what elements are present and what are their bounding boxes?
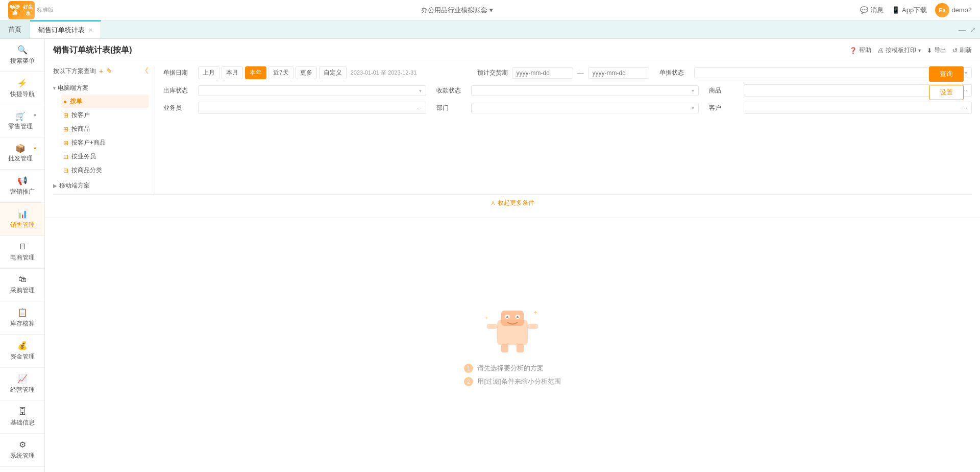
sidebar-item-wholesale[interactable]: 📦 批发管理 ▴ [0, 137, 44, 170]
empty-illustration: ✦ ✦ [482, 304, 543, 356]
payment-status-select[interactable]: ▾ [471, 85, 699, 96]
scheme-goods-icon: ⊞ [63, 126, 68, 133]
tab-close-icon[interactable]: × [89, 27, 92, 34]
scheme-item-goods[interactable]: ⊞ 按商品 [61, 122, 149, 136]
customer-more-icon[interactable]: ··· [962, 104, 967, 111]
empty-tip-2: 2 用[过滤]条件来缩小分析范围 [464, 377, 560, 386]
department-select[interactable]: ▾ [471, 103, 699, 113]
setting-button[interactable]: 设置 [929, 85, 964, 100]
tip-num-2: 2 [464, 377, 473, 386]
scheme-item-0-label: 按单 [70, 97, 82, 106]
sidebar-item-shortcut[interactable]: ⚡ 快捷导航 [0, 72, 44, 105]
custom-date-btn[interactable]: 自定义 [319, 66, 347, 79]
topbar: 畅捷通 好生意 标准版 办公用品行业模拟账套 ▾ 💬 消息 📱 App下载 Ea… [0, 0, 980, 20]
scheme-header-label: 按以下方案查询 [53, 67, 96, 76]
sidebar-item-enterprise[interactable]: 👥 企业协同 [0, 467, 44, 472]
tip-num-1: 1 [464, 364, 473, 373]
sidebar-item-system[interactable]: ⚙ 系统管理 [0, 434, 44, 467]
tabbar: 首页 销售订单统计表 × — ⤢ [0, 20, 980, 39]
scheme-item-customer[interactable]: ⊞ 按客户 [61, 108, 149, 122]
scheme-section-mobile: ▶ 移动端方案 [53, 179, 149, 192]
out-status-arrow-icon: ▾ [419, 88, 422, 93]
query-button[interactable]: 查询 [929, 66, 964, 82]
sidebar-item-inventory[interactable]: 📋 库存核算 [0, 301, 44, 335]
retail-icon: 🛒 [15, 111, 26, 121]
salesman-more-icon[interactable]: ··· [416, 104, 422, 111]
topbar-left: 畅捷通 好生意 标准版 [8, 1, 54, 19]
workspace-selector[interactable]: 办公用品行业模拟账套 ▾ [421, 6, 493, 15]
sidebar-item-marketing[interactable]: 📢 营销推广 [0, 170, 44, 203]
print-arrow-icon: ▾ [918, 48, 921, 53]
scheme-item-3-label: 按客户+商品 [71, 138, 106, 147]
out-status-select[interactable]: ▾ [198, 85, 426, 96]
refresh-button[interactable]: ↺ 刷新 [952, 46, 972, 55]
sidebar-item-shortcut-label: 快捷导航 [10, 90, 35, 99]
scheme-item-order[interactable]: ● 按单 [61, 95, 149, 108]
scheme-collapse-button[interactable]: 《 [141, 66, 149, 76]
scheme-item-category[interactable]: ⊟ 按商品分类 [61, 163, 149, 177]
sidebar-item-retail[interactable]: 🛒 零售管理 ▾ [0, 105, 44, 137]
collapse-bar[interactable]: ∧ 收起更多条件 [53, 194, 972, 211]
sidebar-item-finance[interactable]: 💰 资金管理 [0, 335, 44, 368]
department-label: 部门 [436, 104, 467, 112]
sidebar-item-ecommerce[interactable]: 🖥 电商管理 [0, 236, 44, 269]
tab-maximize-icon[interactable]: ⤢ [970, 26, 976, 34]
customer-select[interactable]: ··· [744, 102, 972, 114]
download-icon: 📱 [892, 6, 900, 14]
last7days-btn[interactable]: 近7天 [268, 66, 293, 79]
sidebar-item-purchase-label: 采购管理 [10, 286, 35, 295]
this-month-btn[interactable]: 本月 [222, 66, 243, 79]
app-download-button[interactable]: 📱 App下载 [892, 6, 927, 15]
sidebar-item-sales-label: 销售管理 [10, 221, 35, 229]
export-button[interactable]: ⬇ 导出 [927, 46, 946, 55]
goods-label: 商品 [709, 86, 740, 95]
tip-text-2: 用[过滤]条件来缩小分析范围 [477, 377, 560, 386]
scheme-edit-button[interactable]: ✎ [106, 67, 112, 75]
message-button[interactable]: 💬 消息 [860, 6, 884, 15]
sidebar-item-search[interactable]: 🔍 搜索菜单 [0, 39, 44, 72]
expected-date-start[interactable] [512, 67, 573, 79]
date-group: 上月 本月 本年 近7天 更多 自定义 2023-01-01 至 2023-12… [198, 66, 467, 79]
scheme-pc-expand[interactable]: ▾ 电脑端方案 [53, 82, 149, 95]
sidebar-item-marketing-label: 营销推广 [10, 187, 35, 196]
svg-point-4 [506, 316, 508, 318]
sidebar-item-basicinfo[interactable]: 🗄 基础信息 [0, 401, 44, 434]
sidebar-item-purchase[interactable]: 🛍 采购管理 [0, 269, 44, 301]
empty-tips: 1 请先选择要分析的方案 2 用[过滤]条件来缩小分析范围 [464, 364, 560, 386]
svg-text:✦: ✦ [484, 315, 488, 321]
filter-row-3: 业务员 ··· 部门 ▾ 客户 [163, 102, 972, 114]
scheme-item-salesman[interactable]: ⊡ 按业务员 [61, 150, 149, 163]
scheme-item-customer-goods[interactable]: ⊞ 按客户+商品 [61, 136, 149, 150]
tab-home[interactable]: 首页 [0, 20, 30, 38]
scheme-add-button[interactable]: + [99, 67, 103, 75]
export-label: 导出 [934, 46, 946, 55]
wholesale-expand-icon: ▴ [34, 145, 36, 150]
scheme-cg-icon: ⊞ [63, 139, 68, 147]
help-button[interactable]: ❓ 帮助 [849, 46, 871, 55]
svg-rect-6 [487, 324, 497, 329]
user-profile[interactable]: Ea demo2 [935, 3, 972, 17]
svg-rect-9 [517, 344, 524, 352]
basicinfo-icon: 🗄 [18, 407, 27, 416]
sidebar-item-inventory-label: 库存核算 [10, 319, 35, 328]
main-layout: 🔍 搜索菜单 ⚡ 快捷导航 🛒 零售管理 ▾ 📦 批发管理 ▴ 📢 营销推广 [0, 39, 980, 472]
scheme-mobile-expand[interactable]: ▶ 移动端方案 [53, 179, 149, 192]
salesman-select[interactable]: ··· [198, 102, 426, 114]
refresh-icon: ↺ [952, 47, 958, 54]
expected-date-end[interactable] [588, 67, 649, 79]
this-year-btn[interactable]: 本年 [245, 66, 266, 79]
more-dates-btn[interactable]: 更多 [296, 66, 317, 79]
sidebar-item-wholesale-label: 批发管理 [8, 154, 33, 163]
tab-sales-stats[interactable]: 销售订单统计表 × [30, 20, 101, 38]
retail-expand-icon: ▾ [34, 112, 36, 118]
last-month-btn[interactable]: 上月 [198, 66, 219, 79]
sidebar-item-operations[interactable]: 📈 经营管理 [0, 368, 44, 401]
tab-minimize-icon[interactable]: — [959, 26, 966, 34]
collapse-up-icon: ∧ [491, 199, 496, 206]
sidebar-item-sales[interactable]: 📊 销售管理 [0, 203, 44, 236]
help-label: 帮助 [859, 46, 871, 55]
scheme-mobile-label: 移动端方案 [59, 181, 90, 190]
sidebar-item-operations-label: 经营管理 [10, 386, 35, 394]
print-button[interactable]: 🖨 按模板打印 ▾ [877, 46, 921, 55]
empty-state: ✦ ✦ 1 请先选择要分析的方案 2 用[过滤]条件来缩小分析范围 [45, 218, 980, 472]
